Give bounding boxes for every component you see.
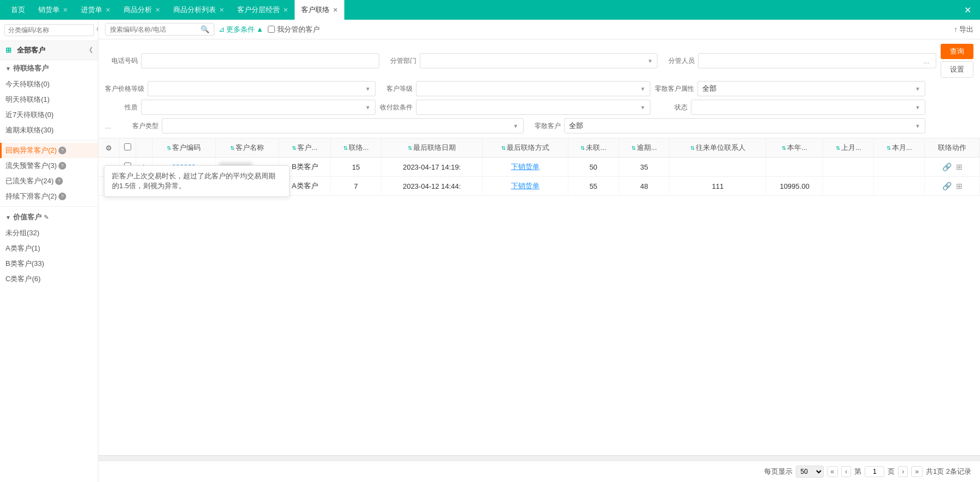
phone-input[interactable] (146, 57, 374, 65)
pending-contact-group[interactable]: ▼ 待联络客户 (0, 60, 98, 77)
window-close-button[interactable]: ✕ (960, 5, 976, 15)
sidebar-item-tomorrow[interactable]: 明天待联络(1) (0, 92, 98, 107)
col-contact-count[interactable]: ⇅联络... (331, 138, 382, 158)
close-product-list-tab[interactable]: ✕ (219, 7, 224, 14)
main-search-wrap: 🔍 (105, 23, 214, 36)
row-grid-icon-1[interactable]: ⊞ (956, 182, 963, 190)
col-pending-contact[interactable]: ⇅未联... (568, 138, 619, 158)
next-page-btn[interactable]: › (898, 466, 908, 477)
close-product-analysis-tab[interactable]: ✕ (155, 7, 160, 14)
row-link-icon-1[interactable]: 🔗 (942, 182, 952, 190)
main-search-icon: 🔍 (201, 25, 209, 33)
value-customers-group[interactable]: ▼ 价值客户 ✎ (0, 209, 98, 225)
row-contact-count: 7 (331, 177, 382, 196)
col-last-month[interactable]: ⇅上月... (823, 138, 874, 158)
price-level-chevron-icon: ▼ (365, 86, 371, 92)
close-contact-tab[interactable]: ✕ (333, 7, 338, 14)
col-settings[interactable]: ⚙ (98, 138, 119, 158)
sidebar-search-input[interactable] (4, 24, 94, 36)
payment-select[interactable]: ▼ (416, 100, 650, 115)
dept-chevron-icon: ▼ (647, 58, 653, 64)
page-number-input[interactable] (865, 466, 884, 477)
nav-item-customer-contact[interactable]: 客户联络 ✕ (295, 0, 344, 20)
query-button[interactable]: 查询 (941, 44, 973, 59)
lost-potential-help-icon[interactable]: ? (58, 162, 66, 170)
sidebar-item-7days[interactable]: 近7天待联络(0) (0, 107, 98, 123)
status-select[interactable]: ▼ (691, 100, 925, 115)
customer-level-chevron-icon: ▼ (640, 86, 645, 92)
my-customer-check: 我分管的客户 (268, 25, 320, 34)
row-last-contact-method[interactable]: 下销货单 (483, 158, 568, 177)
export-btn[interactable]: ↑ 导出 (954, 25, 974, 34)
sidebar-item-already-lost[interactable]: 已流失客户(24) ? (0, 173, 98, 189)
dept-select[interactable]: ▼ (420, 53, 658, 68)
customer-level-select[interactable]: ▼ (416, 81, 650, 96)
col-customer-name[interactable]: ⇅客户名称 (215, 138, 279, 158)
nav-item-product-analysis-list[interactable]: 商品分析列表 ✕ (167, 0, 231, 20)
main-search-input[interactable] (110, 26, 201, 33)
nav-item-purchase[interactable]: 进货单 ✕ (74, 0, 117, 20)
my-customer-checkbox[interactable] (268, 26, 275, 33)
nav-item-sales[interactable]: 销货单 ✕ (32, 0, 74, 20)
sidebar-item-unclassified[interactable]: 未分组(32) (0, 225, 98, 241)
sidebar-item-class-c[interactable]: C类客户(6) (0, 271, 98, 287)
nav-item-product-analysis[interactable]: 商品分析 ✕ (117, 0, 167, 20)
nav-item-home[interactable]: 首页 (4, 0, 32, 20)
col-last-contact-date[interactable]: ⇅最后联络日期 (382, 138, 483, 158)
col-last-contact-method[interactable]: ⇅最后联络方式 (483, 138, 568, 158)
manager-select[interactable]: ... (698, 53, 936, 68)
sidebar-item-today[interactable]: 今天待联络(0) (0, 77, 98, 92)
prev-page-btn[interactable]: ‹ (841, 466, 851, 477)
status-chevron-icon: ▼ (915, 104, 920, 111)
more-conditions-btn[interactable]: ⊿ 更多条件 ▲ (219, 25, 263, 34)
last-page-btn[interactable]: » (911, 466, 923, 477)
close-segment-tab[interactable]: ✕ (283, 7, 288, 14)
col-checkbox[interactable] (119, 138, 136, 158)
per-page-select[interactable]: 50 10 20 100 (796, 466, 824, 478)
close-sales-tab[interactable]: ✕ (63, 7, 68, 14)
sidebar-item-class-a[interactable]: A类客户(1) (0, 241, 98, 256)
sidebar-item-overdue[interactable]: 逾期未联络(30) (0, 123, 98, 138)
gender-select[interactable]: ▼ (141, 100, 375, 115)
retail-customer-select[interactable]: 全部 ▼ (564, 118, 926, 133)
manager-dots[interactable]: ... (921, 57, 931, 65)
col-customer-type[interactable]: ⇅客户... (279, 138, 331, 158)
settings-button[interactable]: 设置 (941, 61, 973, 78)
row-past-contact-person (670, 158, 766, 177)
first-page-btn[interactable]: « (827, 466, 838, 477)
filter-row-1: 电话号码 分管部门 ▼ 分管人员 ... (105, 44, 973, 78)
sidebar-item-repurchase-abnormal[interactable]: 回购异常客户(2) ? (0, 143, 98, 158)
filter-toolbar: 🔍 ⊿ 更多条件 ▲ 我分管的客户 ↑ 导出 (98, 20, 980, 39)
filter-row-4: ... 客户类型 ▼ 零散客户 全部 ▼ (105, 118, 973, 133)
horizontal-scrollbar[interactable] (98, 455, 980, 461)
customer-type-select[interactable]: ▼ (162, 118, 524, 133)
sidebar-item-class-b[interactable]: B类客户(33) (0, 256, 98, 271)
sidebar-collapse-btn[interactable]: 《 (86, 46, 92, 55)
declining-help-icon[interactable]: ? (58, 193, 66, 200)
already-lost-help-icon[interactable]: ? (55, 177, 63, 185)
row-last-contact-method[interactable]: 下销货单 (483, 177, 568, 196)
row-action-cell: 🔗 ⊞ (925, 158, 980, 177)
filter-dots-btn[interactable]: ... (105, 118, 121, 133)
row-pending-contact: 50 (568, 158, 619, 177)
col-this-year[interactable]: ⇅本年... (766, 138, 823, 158)
col-past-contact[interactable]: ⇅往来单位联系人 (670, 138, 766, 158)
value-edit-icon[interactable]: ✎ (44, 214, 49, 221)
select-all-checkbox[interactable] (124, 143, 131, 150)
nav-item-customer-segment[interactable]: 客户分层经营 ✕ (231, 0, 295, 20)
col-customer-code[interactable]: ⇅客户编码 (152, 138, 215, 158)
row-link-icon-0[interactable]: 🔗 (942, 162, 952, 171)
sidebar-item-declining[interactable]: 持续下滑客户(2) ? (0, 189, 98, 204)
sidebar-item-lost-potential[interactable]: 流失预警客户(3) ? (0, 158, 98, 173)
row-overdue: 35 (619, 158, 670, 177)
close-purchase-tab[interactable]: ✕ (105, 7, 110, 14)
repurchase-help-icon[interactable]: ? (58, 147, 66, 154)
row-this-year (766, 158, 823, 177)
col-this-month[interactable]: ⇅本月... (874, 138, 925, 158)
retail-attr-select[interactable]: 全部 ▼ (697, 81, 925, 96)
price-level-select[interactable]: ▼ (148, 81, 375, 96)
phone-input-wrap[interactable] (141, 53, 379, 68)
customer-type-chevron-icon: ▼ (513, 123, 519, 129)
row-grid-icon-0[interactable]: ⊞ (956, 162, 963, 171)
col-overdue[interactable]: ⇅逾期... (619, 138, 670, 158)
